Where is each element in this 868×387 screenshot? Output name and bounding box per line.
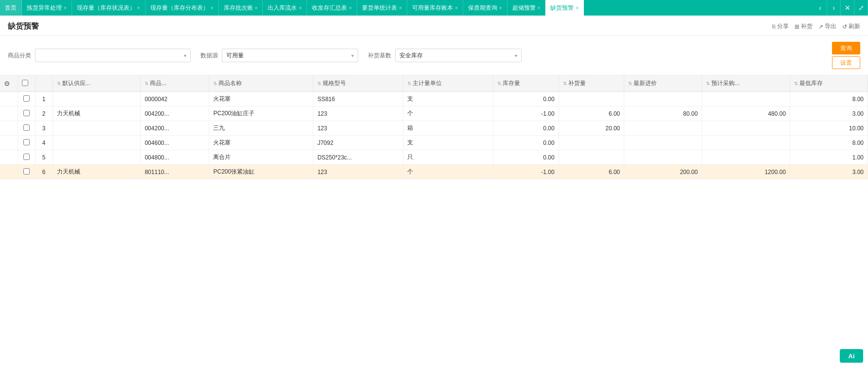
row-settings-cell: [0, 136, 18, 150]
name-col-header[interactable]: ⇅ 商品名称: [209, 75, 313, 92]
row-checkbox-cell: [18, 92, 35, 106]
row-number-cell: 1: [35, 92, 53, 106]
close-icon[interactable]: ×: [211, 5, 214, 11]
restock-base-label: 补货基数: [368, 52, 391, 60]
name-cell: PC200张紧油缸: [209, 165, 313, 179]
tab-inventory-dist[interactable]: 现存量（库存分布表） ×: [145, 0, 219, 16]
restock-base-select[interactable]: 安全库存 ▾: [395, 49, 522, 62]
row-settings-cell: [0, 92, 18, 106]
table-row: 4 004600... 火花塞 J7092 支 0.00 8.00: [0, 136, 868, 150]
min-stock-sort-icon: ⇅: [794, 81, 798, 86]
latest-price-col-header[interactable]: ⇅ 最新进价: [624, 75, 702, 92]
supplier-cell: 力天机械: [53, 165, 141, 179]
spec-cell: 123: [313, 106, 403, 121]
tab-inventory-status[interactable]: 现存量（库存状况表） ×: [72, 0, 145, 16]
nav-prev-button[interactable]: ‹: [814, 0, 827, 16]
est-purchase-cell: [702, 136, 790, 150]
tab-order-stats[interactable]: 要货单统计表 ×: [357, 0, 407, 16]
latest-price-cell: 80.00: [624, 106, 702, 121]
row-settings-cell: [0, 106, 18, 121]
spec-cell: DS250*23c...: [313, 150, 403, 165]
close-icon[interactable]: ×: [255, 5, 258, 11]
restock-button[interactable]: ⊞ 补货: [795, 22, 813, 31]
tab-shortage[interactable]: 缺货预警 ×: [545, 0, 584, 16]
close-icon[interactable]: ×: [499, 5, 502, 11]
unit-col-header[interactable]: ⇅ 主计量单位: [403, 75, 493, 92]
category-select[interactable]: ▾: [35, 49, 191, 62]
stock-cell: -1.00: [493, 106, 559, 121]
unit-sort-icon: ⇅: [407, 81, 411, 86]
close-icon[interactable]: ×: [299, 5, 302, 11]
row-checkbox[interactable]: [23, 168, 30, 175]
row-checkbox[interactable]: [23, 154, 30, 160]
datasource-select-value: 可用量: [226, 52, 244, 60]
tab-home[interactable]: 首页: [0, 0, 22, 16]
row-checkbox[interactable]: [23, 95, 30, 102]
table-row: 5 004800... 离合片 DS250*23c... 只 0.00 1.00: [0, 150, 868, 165]
spec-col-header[interactable]: ⇅ 规格型号: [313, 75, 403, 92]
restock-icon: ⊞: [795, 23, 799, 30]
tab-available-ledger[interactable]: 可用量库存账本 ×: [407, 0, 463, 16]
close-icon[interactable]: ×: [576, 5, 579, 11]
min-stock-col-header[interactable]: ⇅ 最低库存: [790, 75, 868, 92]
est-purchase-cell: [702, 121, 790, 136]
stock-col-header[interactable]: ⇅ 库存量: [493, 75, 559, 92]
supplier-col-header[interactable]: ⇅ 默认供应...: [53, 75, 141, 92]
latest-price-cell: [624, 150, 702, 165]
code-cell: 0000042: [141, 92, 209, 106]
tab-expiry[interactable]: 保质期查询 ×: [463, 0, 507, 16]
unit-cell: 箱: [403, 121, 493, 136]
nav-next-button[interactable]: ›: [827, 0, 841, 16]
name-cell: 火花塞: [209, 136, 313, 150]
name-cell: 三九: [209, 121, 313, 136]
latest-price-cell: [624, 136, 702, 150]
column-settings-icon[interactable]: ⚙: [4, 80, 10, 88]
header-actions: ⎘ 分享 ⊞ 补货 ↗ 导出 ↺ 刷新: [772, 22, 860, 31]
refresh-icon: ↺: [842, 23, 847, 30]
close-icon[interactable]: ×: [399, 5, 402, 11]
tab-batch-account[interactable]: 库存批次账 ×: [219, 0, 263, 16]
close-icon[interactable]: ×: [349, 5, 352, 11]
row-checkbox-cell: [18, 106, 35, 121]
row-checkbox[interactable]: [23, 139, 30, 145]
tab-flow[interactable]: 出入库流水 ×: [263, 0, 307, 16]
nav-expand-button[interactable]: ⤢: [854, 0, 868, 16]
close-icon[interactable]: ×: [137, 5, 140, 11]
settings-button[interactable]: 设置: [832, 56, 860, 69]
spec-cell: SS816: [313, 92, 403, 106]
tab-overstock[interactable]: 超储预警 ×: [507, 0, 546, 16]
supplier-sort-icon: ⇅: [57, 81, 61, 86]
share-button[interactable]: ⎘ 分享: [772, 22, 789, 31]
nav-close-button[interactable]: ✕: [841, 0, 854, 16]
refresh-button[interactable]: ↺ 刷新: [842, 22, 860, 31]
tab-picking[interactable]: 拣货异常处理 ×: [22, 0, 72, 16]
code-col-header[interactable]: ⇅ 商品...: [141, 75, 209, 92]
latest-price-cell: [624, 92, 702, 106]
tab-summary[interactable]: 收发存汇总表 ×: [307, 0, 357, 16]
supplier-cell: [53, 136, 141, 150]
restock-col-header[interactable]: ⇅ 补货量: [559, 75, 624, 92]
code-cell: 004200...: [141, 121, 209, 136]
close-icon[interactable]: ×: [455, 5, 458, 11]
restock-cell: [559, 92, 624, 106]
datasource-select[interactable]: 可用量 ▾: [222, 49, 358, 62]
row-checkbox-cell: [18, 165, 35, 179]
row-checkbox[interactable]: [23, 110, 30, 116]
row-number-cell: 6: [35, 165, 53, 179]
query-button[interactable]: 查询: [832, 42, 860, 54]
min-stock-cell: 1.00: [790, 150, 868, 165]
select-all-checkbox[interactable]: [22, 80, 28, 86]
export-button[interactable]: ↗ 导出: [818, 22, 836, 31]
row-checkbox[interactable]: [23, 124, 30, 131]
close-icon[interactable]: ×: [538, 5, 541, 11]
filter-group-restock-base: 补货基数 安全库存 ▾: [368, 49, 522, 62]
min-stock-cell: 3.00: [790, 165, 868, 179]
table-container: ⚙ ⇅ 默认供应... ⇅ 商: [0, 75, 868, 387]
row-number-col-header: [35, 75, 53, 92]
close-icon[interactable]: ×: [64, 5, 67, 11]
min-stock-cell: 3.00: [790, 106, 868, 121]
ai-button[interactable]: Ai: [840, 349, 863, 363]
code-cell: 004600...: [141, 136, 209, 150]
est-purchase-col-header[interactable]: ⇅ 预计采购...: [702, 75, 790, 92]
chevron-down-icon: ▾: [515, 53, 517, 58]
